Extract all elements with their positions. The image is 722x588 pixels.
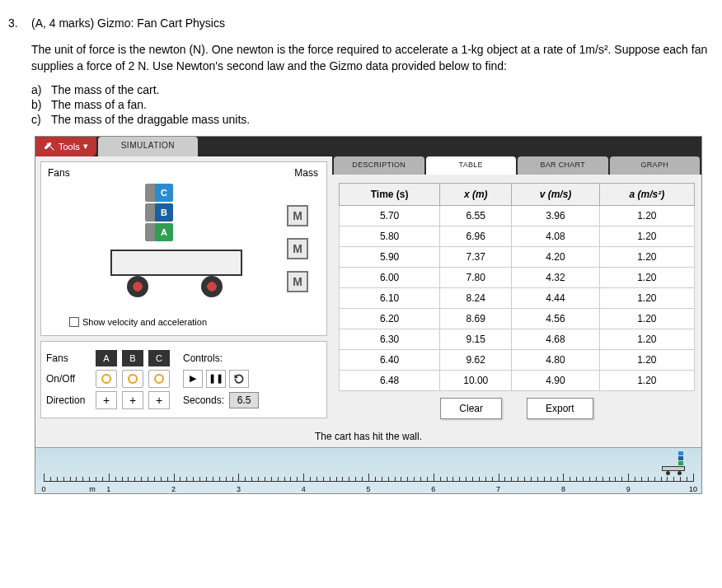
simulation-canvas: Fans Mass C B A M M M [40, 161, 327, 336]
fan-a[interactable]: A [145, 223, 173, 241]
mass-unit[interactable]: M [287, 205, 308, 226]
table-cell: 1.20 [599, 329, 694, 349]
data-table: Time (s) x (m) v (m/s) a (m/s²) 5.706.55… [339, 183, 695, 391]
tab-description[interactable]: DESCRIPTION [334, 156, 424, 175]
reset-button[interactable] [229, 370, 249, 388]
controls-label: Controls: [183, 352, 223, 364]
seconds-label: Seconds: [183, 394, 224, 406]
question-number: 3. [8, 16, 31, 30]
table-row: 6.007.804.321.20 [340, 267, 695, 287]
cart-body[interactable] [110, 250, 242, 276]
table-row: 6.208.694.561.20 [340, 308, 695, 329]
top-tab-bar: Tools ▾ SIMULATION [35, 137, 701, 156]
sub-b-text: The mass of a fan. [51, 98, 147, 111]
fan-col-b: B [122, 350, 143, 366]
tools-dropdown[interactable]: Tools ▾ [35, 137, 96, 156]
right-tab-bar: DESCRIPTION TABLE BAR CHART GRAPH [332, 156, 701, 175]
ruler-tick-label: 5 [366, 485, 370, 493]
show-velocity-label: Show velocity and acceleration [82, 317, 207, 327]
table-cell: 6.96 [440, 226, 512, 246]
sub-c-label: c) [31, 113, 51, 126]
mini-cart-icon [662, 451, 690, 473]
ruler-tick-label: 7 [496, 485, 500, 493]
direction-c[interactable]: + [148, 391, 170, 409]
direction-b[interactable]: + [122, 391, 143, 409]
fan-c[interactable]: C [145, 184, 173, 202]
fan-col-a: A [96, 350, 117, 366]
export-button[interactable]: Export [527, 398, 593, 419]
table-cell: 4.20 [512, 246, 599, 267]
onoff-b[interactable] [122, 370, 143, 388]
onoff-c[interactable] [148, 370, 170, 388]
ruler-tick-label: 8 [561, 485, 565, 493]
cart-wheel-right [201, 276, 223, 297]
table-cell: 5.70 [340, 205, 440, 226]
controls-block: Fans A B C Controls: On/Off ▶ ❚❚ [40, 341, 327, 418]
cart-wheel-left [127, 276, 148, 297]
fans-heading: Fans [48, 167, 70, 179]
table-cell: 3.96 [512, 205, 599, 226]
play-button[interactable]: ▶ [183, 370, 203, 388]
table-cell: 6.30 [340, 329, 440, 349]
col-time: Time (s) [340, 183, 440, 205]
sub-a-label: a) [31, 83, 51, 96]
table-cell: 5.90 [340, 246, 440, 267]
table-cell: 6.55 [440, 205, 512, 226]
onoff-row-label: On/Off [46, 373, 91, 385]
table-cell: 5.80 [340, 226, 440, 246]
table-cell: 9.62 [440, 349, 512, 370]
table-row: 6.409.624.801.20 [340, 349, 695, 370]
table-cell: 4.44 [512, 287, 599, 308]
direction-a[interactable]: + [96, 391, 117, 409]
tab-table[interactable]: TABLE [426, 156, 517, 175]
gizmo-widget: Tools ▾ SIMULATION Fans Mass C B A [35, 136, 702, 494]
table-cell: 6.48 [340, 370, 440, 390]
ruler-tick-label: 4 [302, 485, 306, 493]
table-cell: 8.24 [440, 287, 512, 308]
clear-button[interactable]: Clear [440, 398, 502, 419]
mass-heading: Mass [294, 167, 318, 179]
table-cell: 1.20 [599, 226, 694, 246]
ruler-tick-label: 10 [689, 485, 697, 493]
onoff-a[interactable] [96, 370, 117, 388]
ruler-tick-label: 0 [41, 485, 45, 493]
status-message: The cart has hit the wall. [35, 426, 701, 447]
mass-palette: M M M [287, 205, 308, 292]
pause-button[interactable]: ❚❚ [206, 370, 226, 388]
ruler: 012345678910 m [44, 472, 693, 488]
show-velocity-checkbox[interactable] [69, 317, 79, 327]
seconds-value[interactable]: 6.5 [229, 392, 259, 408]
tab-graph[interactable]: GRAPH [610, 156, 701, 175]
table-cell: 1.20 [599, 370, 694, 390]
question-title: (A, 4 marks) Gizmo: Fan Cart Physics [31, 16, 714, 30]
ruler-tick-label: 1 [106, 485, 110, 493]
table-row: 5.806.964.081.20 [340, 226, 695, 246]
mass-unit[interactable]: M [287, 271, 308, 292]
col-x: x (m) [440, 183, 512, 205]
table-cell: 6.40 [340, 349, 440, 370]
mass-unit[interactable]: M [287, 238, 308, 259]
ruler-tick-label: 2 [171, 485, 176, 493]
sub-a-text: The mass of the cart. [51, 83, 160, 96]
sub-c-text: The mass of the draggable mass units. [51, 113, 250, 126]
table-cell: 4.68 [512, 329, 599, 349]
table-row: 6.108.244.441.20 [340, 287, 695, 308]
direction-row-label: Direction [46, 394, 91, 406]
simulation-panel: Fans Mass C B A M M M [35, 156, 332, 426]
ruler-tick-label: 3 [237, 485, 241, 493]
table-cell: 7.80 [440, 267, 512, 287]
table-cell: 4.08 [512, 226, 599, 246]
track-area: 012345678910 m [35, 447, 701, 493]
table-row: 6.309.154.681.20 [340, 329, 695, 349]
fans-row-label: Fans [46, 352, 91, 364]
ruler-unit: m [89, 485, 96, 493]
table-row: 5.706.553.961.20 [340, 205, 695, 226]
chevron-down-icon: ▾ [83, 141, 88, 152]
col-v: v (m/s) [512, 183, 599, 205]
table-cell: 4.56 [512, 308, 599, 329]
table-cell: 7.37 [440, 246, 512, 267]
fan-b[interactable]: B [145, 203, 173, 222]
col-a: a (m/s²) [599, 183, 694, 205]
tab-barchart[interactable]: BAR CHART [518, 156, 608, 175]
tab-simulation[interactable]: SIMULATION [98, 137, 198, 156]
